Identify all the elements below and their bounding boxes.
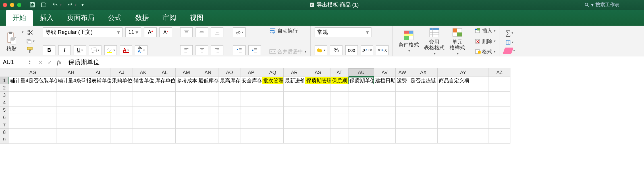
cell-AM4[interactable]	[176, 99, 197, 107]
cell-AP3[interactable]	[240, 92, 262, 99]
cell-AK1[interactable]: 销售单位	[132, 77, 154, 84]
cell-AL9[interactable]	[154, 136, 176, 144]
cell-AM2[interactable]	[176, 84, 197, 92]
cell-AO8[interactable]	[219, 129, 240, 136]
column-header-AN[interactable]: AN	[197, 68, 219, 77]
row-header-9[interactable]: 9	[0, 136, 9, 144]
row-header-4[interactable]: 4	[0, 99, 9, 107]
cell-styles-button[interactable]: 单元 格样式	[448, 27, 467, 56]
column-header-AH[interactable]: AH	[57, 68, 85, 77]
cell-AX9[interactable]	[409, 136, 438, 144]
cell-AO7[interactable]	[219, 121, 240, 129]
cell-AO3[interactable]	[219, 92, 240, 99]
cell-AR3[interactable]	[284, 92, 305, 99]
redo-button[interactable]	[67, 2, 76, 8]
align-left-button[interactable]	[180, 45, 193, 55]
cell-AJ3[interactable]	[111, 92, 132, 99]
column-header-AU[interactable]: AU	[348, 68, 374, 77]
cell-AU8[interactable]	[348, 129, 374, 136]
cell-AX7[interactable]	[409, 121, 438, 129]
cell-AO6[interactable]	[219, 114, 240, 121]
cell-AU3[interactable]	[348, 92, 374, 99]
cell-AR7[interactable]	[284, 121, 305, 129]
tab-审阅[interactable]: 审阅	[156, 10, 183, 26]
cell-AI4[interactable]	[85, 99, 111, 107]
cell-AH2[interactable]	[57, 84, 85, 92]
cell-AS9[interactable]	[305, 136, 331, 144]
cell-AV8[interactable]	[374, 129, 396, 136]
cell-AM5[interactable]	[176, 107, 197, 114]
minimize-window-button[interactable]	[10, 3, 14, 7]
cell-AG8[interactable]	[9, 129, 57, 136]
phonetic-button[interactable]: abcA	[135, 45, 148, 55]
cell-AV3[interactable]	[374, 92, 396, 99]
cell-AV6[interactable]	[374, 114, 396, 121]
cell-AM1[interactable]: 参考成本	[176, 77, 197, 84]
cell-AL2[interactable]	[154, 84, 176, 92]
increase-font-button[interactable]: A▴	[144, 27, 157, 37]
tab-公式[interactable]: 公式	[101, 10, 128, 26]
cell-AP5[interactable]	[240, 107, 262, 114]
tab-开始[interactable]: 开始	[6, 10, 33, 26]
cell-AG1[interactable]: 辅计量4是否包装单位	[9, 77, 57, 84]
cell-AL1[interactable]: 库存单位	[154, 77, 176, 84]
cell-AW7[interactable]	[396, 121, 409, 129]
cell-AY6[interactable]	[438, 114, 489, 121]
cell-AN4[interactable]	[197, 99, 219, 107]
row-header-3[interactable]: 3	[0, 92, 9, 99]
cell-AI8[interactable]	[85, 129, 111, 136]
column-header-AM[interactable]: AM	[176, 68, 197, 77]
cell-AW5[interactable]	[396, 107, 409, 114]
cell-AH9[interactable]	[57, 136, 85, 144]
column-header-AZ[interactable]: AZ	[489, 68, 510, 77]
cell-AL6[interactable]	[154, 114, 176, 121]
cell-AZ9[interactable]	[489, 136, 510, 144]
cell-AQ5[interactable]	[262, 107, 284, 114]
cell-AN7[interactable]	[197, 121, 219, 129]
increase-decimal-button[interactable]: .0.00	[361, 45, 373, 55]
cell-AZ5[interactable]	[489, 107, 510, 114]
font-name-select[interactable]: 等线 Regular (正文)▾	[43, 27, 122, 37]
cell-AI7[interactable]	[85, 121, 111, 129]
row-header-2[interactable]: 2	[0, 84, 9, 92]
cell-AW8[interactable]	[396, 129, 409, 136]
decrease-decimal-button[interactable]: .00.0	[376, 45, 389, 55]
cell-AR8[interactable]	[284, 129, 305, 136]
column-header-AR[interactable]: AR	[284, 68, 305, 77]
column-header-AT[interactable]: AT	[331, 68, 348, 77]
cell-AI5[interactable]	[85, 107, 111, 114]
cell-AT8[interactable]	[331, 129, 348, 136]
cell-AH3[interactable]	[57, 92, 85, 99]
cell-AQ9[interactable]	[262, 136, 284, 144]
cell-AU5[interactable]	[348, 107, 374, 114]
cell-AI6[interactable]	[85, 114, 111, 121]
cell-AR2[interactable]	[284, 84, 305, 92]
cell-AZ3[interactable]	[489, 92, 510, 99]
font-color-button[interactable]: A	[120, 45, 132, 55]
column-header-AS[interactable]: AS	[305, 68, 331, 77]
cell-AS3[interactable]	[305, 92, 331, 99]
cell-AJ6[interactable]	[111, 114, 132, 121]
cell-AQ8[interactable]	[262, 129, 284, 136]
cell-AQ4[interactable]	[262, 99, 284, 107]
cell-AS5[interactable]	[305, 107, 331, 114]
cell-AM9[interactable]	[176, 136, 197, 144]
cell-AG5[interactable]	[9, 107, 57, 114]
cell-AK4[interactable]	[132, 99, 154, 107]
cell-AV1[interactable]: 建档日期	[374, 77, 396, 84]
delete-cells-button[interactable]: 删除	[475, 38, 496, 45]
column-header-AO[interactable]: AO	[219, 68, 240, 77]
cell-AS8[interactable]	[305, 129, 331, 136]
cell-AY9[interactable]	[438, 136, 489, 144]
name-box[interactable]: AU1 ▲▼	[0, 56, 34, 68]
cell-AV4[interactable]	[374, 99, 396, 107]
cell-AU1[interactable]: 保质期单位	[348, 77, 374, 84]
cell-AY3[interactable]	[438, 92, 489, 99]
cell-AO4[interactable]	[219, 99, 240, 107]
cell-AS1[interactable]: 保质期管理	[305, 77, 331, 84]
cell-AK9[interactable]	[132, 136, 154, 144]
cell-AW4[interactable]	[396, 99, 409, 107]
paste-button[interactable]: 粘贴	[4, 31, 19, 52]
cell-AT2[interactable]	[331, 84, 348, 92]
currency-button[interactable]	[315, 45, 327, 55]
